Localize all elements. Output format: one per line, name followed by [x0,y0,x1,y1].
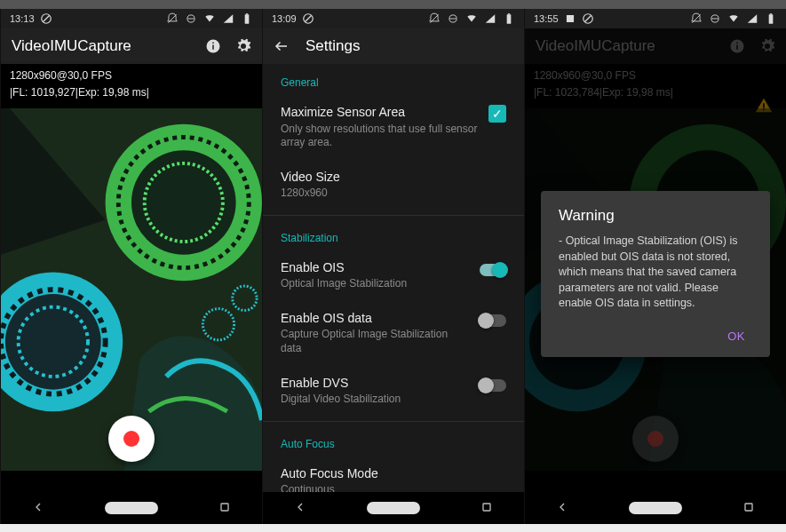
svg-rect-30 [483,504,490,511]
back-arrow-icon[interactable] [274,38,290,54]
pref-summary: Only show resolutions that use full sens… [281,123,480,150]
dnd-icon [185,12,197,25]
vibrate-icon [428,12,441,25]
svg-rect-21 [221,504,228,511]
screenshot-icon [564,12,576,25]
dialog-title: Warning [559,207,752,225]
pref-enable-ois[interactable]: Enable OIS Optical Image Stabilization [263,251,524,302]
phone-capture-screen: 13:13 VideoIMUCapture 1280x960@30,0 FPS [0,9,262,524]
section-general-header: General [263,64,524,96]
settings-title: Settings [306,37,513,55]
svg-rect-49 [745,504,752,511]
switch-toggle[interactable] [480,264,506,276]
android-nav-bar [525,492,786,524]
nav-recents-icon[interactable] [218,500,232,517]
status-bar: 13:09 [263,9,524,28]
status-time: 13:55 [534,13,559,24]
nav-back-icon[interactable] [555,500,569,517]
pref-autofocus-mode[interactable]: Auto Focus Mode Continuous [263,457,524,492]
ok-button[interactable]: OK [720,324,752,348]
nav-back-icon[interactable] [31,500,45,517]
nav-back-icon[interactable] [293,500,307,517]
wifi-icon [727,12,740,25]
pref-summary: Digital Video Stabilization [281,393,471,407]
pref-summary: Capture Optical Image Stabilization data [281,328,471,355]
dnd-icon [582,12,594,25]
svg-rect-5 [245,14,250,23]
nav-recents-icon[interactable] [480,500,494,517]
record-button[interactable] [108,416,155,462]
pref-video-size[interactable]: Video Size 1280x960 [263,161,524,211]
switch-toggle[interactable] [480,379,506,392]
signal-icon [222,12,234,25]
dnd-icon [40,12,52,25]
divider [263,421,524,422]
android-nav-bar [263,492,524,524]
wifi-icon [465,12,478,25]
pref-maximize-sensor-area[interactable]: Maximize Sensor Area Only show resolutio… [263,96,524,161]
app-title: VideoIMUCapture [12,37,196,55]
status-time: 13:13 [10,13,35,24]
svg-point-16 [131,150,236,255]
pref-title: Enable DVS [281,376,471,392]
pref-value: Continuous [281,483,506,492]
vibrate-icon [166,12,179,25]
overlay-focal-exposure: |FL: 1019,927|Exp: 19,98 ms| [10,84,253,101]
divider [263,215,524,216]
phone-warning-screen: 13:55 VideoIMUCapture 1280x960@30,0 FPS … [524,9,786,524]
nav-recents-icon[interactable] [742,500,756,517]
status-time: 13:09 [272,13,297,24]
pref-title: Video Size [281,170,506,186]
dialog-body: - Optical Image Stabilization (OIS) is e… [559,234,752,312]
dnd-icon [709,12,721,25]
status-bar: 13:13 [1,9,262,28]
svg-rect-9 [212,43,214,44]
battery-icon [503,12,515,25]
dnd-icon [302,12,314,25]
svg-rect-6 [246,13,248,14]
info-icon[interactable] [205,38,221,54]
svg-rect-27 [507,14,512,23]
gear-icon[interactable] [235,38,251,54]
settings-app-bar: Settings [263,28,524,64]
pref-title: Enable OIS [281,260,471,276]
signal-icon [484,12,496,25]
signal-icon [746,12,758,25]
phone-settings-screen: 13:09 Settings General Maximize Sensor A… [262,9,524,524]
svg-line-1 [43,16,49,22]
android-nav-bar [1,492,262,524]
capture-info-overlay: 1280x960@30,0 FPS |FL: 1019,927|Exp: 19,… [1,64,262,105]
svg-rect-31 [566,15,573,22]
wifi-icon [203,12,216,25]
svg-rect-28 [508,13,510,14]
switch-toggle[interactable] [480,314,506,327]
vibrate-icon [690,12,703,25]
section-autofocus-header: Auto Focus [263,425,524,457]
warning-dialog: Warning - Optical Image Stabilization (O… [541,191,770,357]
pref-title: Auto Focus Mode [281,466,506,482]
app-bar: VideoIMUCapture [1,28,262,64]
svg-rect-38 [770,13,772,14]
battery-icon [241,12,253,25]
three-phone-screenshots: 13:13 VideoIMUCapture 1280x960@30,0 FPS [0,9,786,532]
nav-home-pill[interactable] [629,502,682,514]
pref-summary: Optical Image Stabilization [281,277,471,291]
status-bar: 13:55 [525,9,786,28]
pref-enable-dvs[interactable]: Enable DVS Digital Video Stabilization [263,367,524,417]
svg-line-23 [305,16,311,22]
pref-enable-ois-data[interactable]: Enable OIS data Capture Optical Image St… [263,302,524,367]
record-dot-icon [123,431,139,447]
settings-list[interactable]: General Maximize Sensor Area Only show r… [263,64,524,492]
pref-title: Maximize Sensor Area [281,105,480,121]
nav-home-pill[interactable] [367,502,420,514]
dnd-icon [447,12,459,25]
svg-line-33 [584,16,591,22]
svg-rect-37 [769,14,774,23]
pref-title: Enable OIS data [281,311,471,327]
nav-home-pill[interactable] [105,502,158,514]
battery-icon [765,12,777,25]
overlay-resolution-fps: 1280x960@30,0 FPS [10,67,253,84]
pref-value: 1280x960 [281,187,506,201]
section-stabilization-header: Stabilization [263,219,524,251]
checkbox-icon[interactable]: ✓ [488,105,506,123]
